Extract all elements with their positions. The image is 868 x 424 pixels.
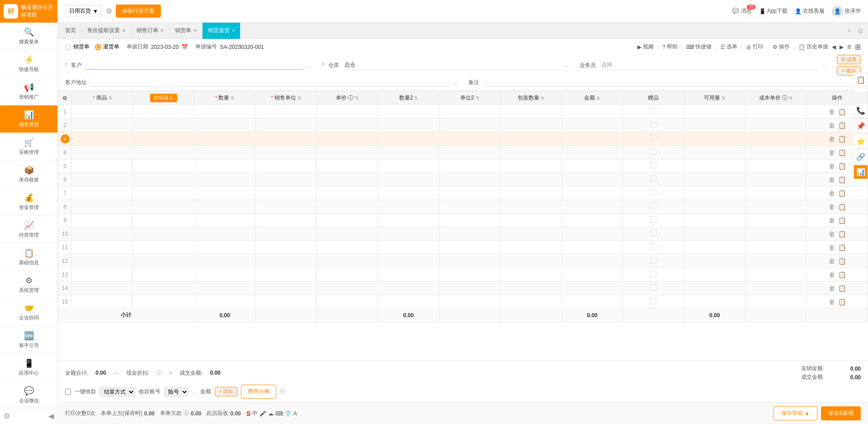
tab-home[interactable]: 首页 xyxy=(60,23,82,39)
copy-row-12-btn[interactable]: 📋 xyxy=(838,257,846,265)
row-15-unit2[interactable] xyxy=(439,295,500,309)
row-4-unit2[interactable] xyxy=(439,146,500,159)
row-14-unit2[interactable] xyxy=(439,281,500,295)
row-8-qty2[interactable] xyxy=(378,200,439,214)
tab-close-return[interactable]: × xyxy=(232,28,235,33)
account-dots[interactable]: ... xyxy=(192,389,197,395)
row-9-gift[interactable] xyxy=(623,214,684,227)
product-input-13[interactable] xyxy=(74,272,131,278)
delete-row-2-btn[interactable]: 🗑 xyxy=(829,122,835,129)
sort-amount[interactable]: ⇅ xyxy=(596,95,600,100)
row-5-cost[interactable] xyxy=(745,159,806,173)
row-13-amount[interactable] xyxy=(561,268,623,281)
row-14-pkgqty[interactable] xyxy=(500,281,561,295)
gift-checkbox-8[interactable] xyxy=(650,203,656,209)
row-3-price[interactable] xyxy=(316,132,377,146)
row-7-product[interactable] xyxy=(72,186,133,200)
sidebar-item-guide[interactable]: 🆕 新手引导 xyxy=(0,326,57,354)
row-8-cost[interactable] xyxy=(745,200,806,214)
tab-close-order[interactable]: × xyxy=(161,28,164,33)
row-11-amount[interactable] xyxy=(561,241,623,254)
copy-row-13-btn[interactable]: 📋 xyxy=(838,271,846,278)
row-9-product[interactable] xyxy=(72,214,133,227)
row-12-qty2[interactable] xyxy=(378,254,439,268)
row-14-gift[interactable] xyxy=(623,281,684,295)
row-14-qty[interactable] xyxy=(194,281,255,295)
float-icon-3[interactable]: 📞 xyxy=(854,103,868,118)
row-15-gift[interactable] xyxy=(623,295,684,309)
row-3-product[interactable] xyxy=(72,132,133,146)
row-10-product[interactable] xyxy=(72,227,133,241)
row-9-available[interactable] xyxy=(684,214,745,227)
row-5-product[interactable] xyxy=(72,159,133,173)
sidebar-item-shortcut[interactable]: ⚡ 快捷导航 xyxy=(0,50,57,78)
delete-row-10-btn[interactable]: 🗑 xyxy=(829,230,835,238)
row-13-qty2[interactable] xyxy=(378,268,439,281)
float-icon-4[interactable]: 📌 xyxy=(854,119,868,133)
topbar-gear-icon[interactable]: ⚙ xyxy=(106,7,112,15)
row-12-gift[interactable] xyxy=(623,254,684,268)
row-9-price[interactable] xyxy=(316,214,377,227)
row-15-qty[interactable] xyxy=(194,295,255,309)
row-1-qty2[interactable] xyxy=(378,105,439,119)
sort-cost[interactable]: ⇅ xyxy=(789,95,793,100)
address-input[interactable] xyxy=(90,78,449,87)
row-15-amount[interactable] xyxy=(561,295,623,309)
row-4-qty[interactable] xyxy=(194,146,255,159)
product-input-5[interactable] xyxy=(74,163,131,169)
row-2-cost[interactable] xyxy=(745,119,806,132)
copy-row-11-btn[interactable]: 📋 xyxy=(838,244,846,251)
row-6-price[interactable] xyxy=(316,173,377,186)
product-input-10[interactable] xyxy=(74,231,131,237)
sidebar-item-appstore[interactable]: 📱 应用中心 xyxy=(0,354,57,381)
delete-row-8-btn[interactable]: 🗑 xyxy=(829,203,835,210)
tab-sale[interactable]: 销货单× xyxy=(170,23,203,39)
sidebar-item-search[interactable]: 🔍 搜索菜单 xyxy=(0,23,57,50)
add-row-btn[interactable]: + xyxy=(61,134,70,143)
tab-close-price[interactable]: × xyxy=(123,28,125,33)
sort-qty[interactable]: ⇅ xyxy=(231,95,234,100)
toolbar-help[interactable]: ?帮助 xyxy=(662,43,678,51)
row-2-gift[interactable] xyxy=(623,119,684,132)
row-12-qty[interactable] xyxy=(194,254,255,268)
date-value[interactable]: 2023-03-20 xyxy=(151,44,179,50)
one-click-checkbox[interactable] xyxy=(65,389,71,395)
row-8-available[interactable] xyxy=(684,200,745,214)
row-4-amount[interactable] xyxy=(561,146,623,159)
row-11-product[interactable] xyxy=(72,241,133,254)
row-14-cost[interactable] xyxy=(745,281,806,295)
row-7-available[interactable] xyxy=(684,186,745,200)
tab-return[interactable]: 销货退货× xyxy=(203,23,241,39)
scan-input-btn[interactable]: 扫码录入 xyxy=(150,94,177,102)
delete-row-6-btn[interactable]: 🗑 xyxy=(829,176,835,183)
delete-row-9-btn[interactable]: 🗑 xyxy=(829,217,835,224)
warehouse-input[interactable]: 总仓 xyxy=(343,60,561,70)
row-15-qty2[interactable] xyxy=(378,295,439,309)
row-5-unit2[interactable] xyxy=(439,159,500,173)
save-draft-btn[interactable]: 保存草稿 ▲ xyxy=(774,406,817,420)
toolbar-history[interactable]: 📋历史单据 xyxy=(798,43,828,51)
row-6-available[interactable] xyxy=(684,173,745,186)
toolbar-video[interactable]: ▶视频 xyxy=(637,43,654,51)
row-13-available[interactable] xyxy=(684,268,745,281)
single-due-hint[interactable]: ⓪ xyxy=(184,410,189,417)
row-10-pkgqty[interactable] xyxy=(500,227,561,241)
product-input-6[interactable] xyxy=(74,176,131,183)
copy-row-8-btn[interactable]: 📋 xyxy=(838,203,846,210)
voice-icon[interactable]: 🎤 xyxy=(259,410,266,417)
account-select[interactable]: 陈号 xyxy=(164,387,189,397)
row-3-unit[interactable] xyxy=(255,132,316,146)
gift-checkbox-1[interactable] xyxy=(650,108,656,114)
row-2-qty2[interactable] xyxy=(378,119,439,132)
row-4-gift[interactable] xyxy=(623,146,684,159)
view-list-icon[interactable]: ≡ xyxy=(847,43,851,51)
row-4-product[interactable] xyxy=(72,146,133,159)
row-11-unit[interactable] xyxy=(255,241,316,254)
row-7-qty[interactable] xyxy=(194,186,255,200)
row-8-product[interactable] xyxy=(72,200,133,214)
row-1-gift[interactable] xyxy=(623,105,684,119)
keyboard-icon[interactable]: ⌨ xyxy=(275,410,283,417)
sidebar-item-operation[interactable]: 📈 经营管理 xyxy=(0,216,57,243)
row-4-price[interactable] xyxy=(316,146,377,159)
row-5-unit[interactable] xyxy=(255,159,316,173)
